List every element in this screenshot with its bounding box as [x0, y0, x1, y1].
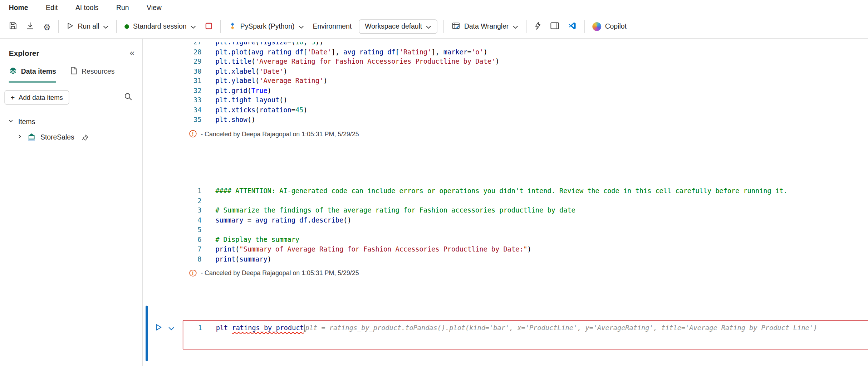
active-cell-indicator [146, 306, 147, 361]
notebook-canvas: 27plt.figure(figsize=(10, 5))28plt.plot(… [143, 42, 868, 366]
cell-1-status-text: - Canceled by Deepa Rajagopal on 1:05:31… [201, 131, 359, 137]
run-all-icon [67, 22, 74, 31]
pin-icon[interactable] [81, 134, 88, 141]
toolbar-divider [526, 20, 526, 33]
run-all-button[interactable]: Run all [63, 19, 113, 34]
vscode-icon [568, 21, 576, 31]
menu-edit[interactable]: Edit [37, 0, 67, 15]
add-data-items-button[interactable]: + Add data items [4, 90, 69, 104]
data-wrangler-button[interactable]: Data Wrangler [448, 18, 522, 35]
session-label: Standard session [133, 23, 187, 30]
run-cell-button[interactable] [155, 323, 162, 333]
cell-2-status-text: - Canceled by Deepa Rajagopal on 1:05:31… [201, 270, 359, 277]
tree-item-storesales[interactable]: StoreSales [0, 130, 142, 145]
code-editor-2[interactable]: 1#### ATTENTION: AI-generated code can i… [183, 187, 868, 264]
code-cell-1: 27plt.figure(figsize=(10, 5))28plt.plot(… [183, 42, 868, 140]
chevron-down-icon [426, 23, 431, 30]
tree-storesales-label: StoreSales [40, 133, 74, 141]
toolbar-divider [444, 20, 445, 33]
language-picker[interactable]: PySpark (Python) [225, 19, 308, 35]
search-button[interactable] [123, 91, 133, 103]
language-label: PySpark (Python) [240, 23, 295, 30]
explorer-tree: Items StoreSales [0, 114, 142, 145]
code-editor-1[interactable]: 27plt.figure(figsize=(10, 5))28plt.plot(… [183, 42, 868, 125]
menu-run[interactable]: Run [107, 0, 138, 15]
tab-data-items-label: Data items [21, 68, 56, 75]
code-cell-3-active: 1plt ratings_by_productplt = ratings_by_… [183, 320, 868, 350]
panel-icon [550, 22, 559, 31]
toolbar: ⚙ Run all Standard session PySpark (Pyth… [0, 15, 868, 39]
toolbar-divider [220, 20, 221, 33]
explorer-sidebar: Explorer « Data items Resources + Add da… [0, 39, 143, 366]
sidebar-tabs: Data items Resources [0, 58, 142, 83]
chevron-down-icon [513, 23, 518, 30]
workspace-picker[interactable]: Workspace default [359, 19, 437, 34]
toolbar-divider [58, 20, 59, 33]
data-items-icon [9, 67, 17, 77]
download-icon [26, 21, 34, 31]
copilot-button[interactable]: Copilot [588, 19, 631, 34]
cell-options-button[interactable] [168, 324, 175, 332]
toolbar-divider [584, 20, 585, 33]
tree-items-label: Items [18, 118, 35, 126]
menu-view[interactable]: View [138, 0, 170, 15]
environment-label: Environment [313, 23, 352, 30]
cell-1-status: ! - Canceled by Deepa Rajagopal on 1:05:… [183, 128, 868, 140]
session-status-dot-icon [125, 24, 129, 29]
tab-resources-label: Resources [82, 68, 114, 75]
chevron-down-icon [103, 23, 109, 30]
canceled-warning-icon: ! [189, 130, 196, 137]
chevron-right-icon [16, 133, 23, 141]
menu-home[interactable]: Home [0, 0, 37, 15]
chevron-down-icon [298, 23, 304, 30]
run-all-label: Run all [78, 23, 99, 30]
stop-session-button[interactable] [201, 19, 216, 35]
plus-icon: + [10, 94, 15, 101]
pyspark-icon [229, 22, 236, 31]
collapse-sidebar-button[interactable]: « [129, 49, 134, 58]
run-cell-icon [155, 323, 162, 333]
workspace-label: Workspace default [365, 23, 422, 30]
environment-button[interactable]: Environment [309, 19, 355, 34]
quick-actions-button[interactable] [530, 18, 545, 35]
sidebar-title: Explorer [9, 49, 39, 57]
cell-2-status: ! - Canceled by Deepa Rajagopal on 1:05:… [183, 267, 868, 279]
chevron-down-icon [168, 324, 175, 332]
session-picker[interactable]: Standard session [121, 19, 200, 34]
stop-icon [205, 22, 213, 31]
lakehouse-icon [27, 132, 36, 142]
copilot-icon [592, 22, 601, 31]
add-data-items-row: + Add data items [4, 90, 133, 104]
data-wrangler-label: Data Wrangler [464, 23, 509, 30]
menu-ai-tools[interactable]: AI tools [67, 0, 107, 15]
save-button[interactable] [5, 18, 21, 35]
canceled-warning-icon: ! [189, 269, 196, 276]
lightning-icon [534, 21, 541, 31]
notebook-app: Home Edit AI tools Run View ⚙ Run all St… [0, 0, 868, 366]
data-wrangler-icon [452, 21, 460, 31]
chevron-down-icon [190, 23, 196, 30]
toolbar-divider [117, 20, 117, 33]
tree-item-items[interactable]: Items [0, 114, 142, 129]
sidebar-header: Explorer « [0, 39, 142, 58]
code-editor-3[interactable]: 1plt ratings_by_productplt = ratings_by_… [183, 323, 868, 333]
code-cell-2: 1#### ATTENTION: AI-generated code can i… [183, 182, 868, 279]
copilot-label: Copilot [605, 23, 627, 30]
add-data-items-label: Add data items [19, 94, 63, 102]
vscode-button[interactable] [564, 18, 580, 35]
gear-icon: ⚙ [43, 23, 51, 31]
tab-resources[interactable]: Resources [70, 67, 114, 83]
settings-button[interactable]: ⚙ [39, 19, 54, 34]
panel-layout-button[interactable] [546, 19, 563, 34]
save-icon [9, 21, 17, 31]
menu-bar: Home Edit AI tools Run View [0, 0, 868, 15]
tab-data-items[interactable]: Data items [9, 67, 56, 83]
cell-3-controls [155, 323, 175, 333]
chevron-down-icon [8, 118, 14, 126]
export-button[interactable] [22, 18, 38, 35]
resources-icon [70, 67, 78, 77]
search-icon [124, 93, 132, 103]
